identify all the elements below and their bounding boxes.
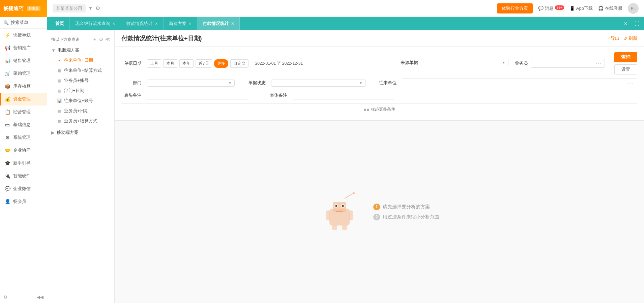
add-scheme-icon[interactable]: ＋ [92,36,97,42]
mobile-group-title[interactable]: ▶ 移动端方案 [47,127,114,138]
message-btn[interactable]: 💬 消息 99+ [538,5,564,11]
footer-collapse-icon[interactable]: ◀◀ [37,295,43,300]
sidebar-label: 采购管理 [13,70,31,77]
sidebar-item-enterprise[interactable]: 🤝 企业协同 [0,144,47,157]
scheme-salesman-settlement[interactable]: ▦ 业务员+结算方式 [47,116,114,126]
sidebar-item-finance[interactable]: 💰 资金管理 [0,93,47,105]
svg-point-11 [353,192,355,194]
settings-scheme-icon[interactable]: ⊙ [99,36,103,42]
panel-title: 按以下方案查询 [51,37,80,42]
app-download-label: App下载 [576,5,593,11]
scheme-counterpart-settlement[interactable]: ▦ 往来单位+结算方式 [47,65,114,75]
source-select[interactable]: ▼ [421,59,508,66]
sidebar-item-operation[interactable]: 📋 经营管理 [0,105,47,118]
sidebar-label: 经营管理 [13,109,31,115]
industry-btn[interactable]: 体验行业方案 [497,3,533,13]
tab-home[interactable]: 首页 [50,17,70,30]
date-more[interactable]: 更多 [214,59,228,68]
app-download-btn[interactable]: 📱 App下载 [569,5,593,11]
search-menu-label: 搜索菜单 [11,20,28,26]
date-custom[interactable]: 自定义 [230,59,248,68]
scheme-counterpart-account[interactable]: 📊 往来单位+账号 [47,96,114,106]
user-avatar[interactable]: Rit [628,3,639,14]
sidebar-item-wechat[interactable]: 💬 企业微信 [0,182,47,195]
tab-new-scheme-label: 新建方案 [169,21,186,27]
scheme-grid-icon: ▦ [57,68,62,73]
company-dropdown-icon[interactable]: ▼ [88,6,93,11]
scheme-salesman-account[interactable]: ▦ 业务员+账号 [47,75,114,86]
desktop-scheme-group: ▼ 电脑端方案 ● 往来单位+日期 ▦ 往来单位+结算方式 ▦ 业务员+账号 ▦ [47,45,114,126]
sidebar-item-inventory[interactable]: 📦 库存核算 [0,80,47,93]
topbar-right: 体验行业方案 💬 消息 99+ 📱 App下载 🎧 在线客服 Rit [497,3,639,14]
sidebar-label: 库存核算 [13,83,31,89]
svg-rect-9 [332,225,337,230]
date-last-7-days[interactable]: 近7天 [196,59,212,68]
sidebar-item-guide[interactable]: 🎓 新手引导 [0,157,47,170]
search-menu[interactable]: 🔍 搜索菜单 [0,17,47,29]
sidebar-item-hardware[interactable]: 🔌 智能硬件 [0,170,47,182]
dept-select[interactable]: ▼ [147,80,235,87]
tab-bank-flow-close[interactable]: ✕ [112,22,115,26]
sidebar-label: 系统管理 [13,134,31,141]
date-this-year[interactable]: 本年 [179,59,194,68]
refresh-btn[interactable]: ↺ 刷新 [623,35,637,41]
tab-maximize[interactable]: ⛶ [633,20,641,27]
footer-settings-icon[interactable]: ⚙ [3,295,7,300]
user-avatar-text: Rit [631,6,635,10]
basic-info-icon: 🗃 [4,122,10,128]
panel-actions: ＋ ⊙ ≪ [92,36,110,42]
date-this-month[interactable]: 本月 [163,59,177,68]
query-btn[interactable]: 查询 [614,52,637,62]
empty-tip-2: 2 用过滤条件来缩小分析范围 [373,214,439,220]
panel-header: 按以下方案查询 ＋ ⊙ ≪ [47,34,114,45]
tab-collection-close[interactable]: ✕ [155,22,158,26]
export-btn[interactable]: ↑ 导出 [607,35,620,41]
sidebar-label: 企业协同 [13,147,31,153]
mobile-group-label: 移动端方案 [57,129,79,135]
enterprise-icon: 🤝 [4,147,10,153]
export-icon: ↑ [607,36,610,41]
sidebar-item-sales[interactable]: 📊 销售管理 [0,54,47,67]
collapse-filter-btn[interactable]: ∧∧ 收起更多条件 [121,103,637,115]
filter-area: 单据日期 上月 本月 本年 近7天 更多 自定义 2022-01-01 至 20… [115,47,644,121]
sidebar-label: 基础信息 [13,122,31,128]
tab-new-scheme[interactable]: 新建方案 ✕ [164,17,197,30]
sidebar-item-member[interactable]: 👤 畅会员 [0,195,47,208]
sidebar-item-quick-nav[interactable]: ⚡ 快捷导航 [0,29,47,41]
counterpart-select[interactable]: ··· [402,79,637,87]
topbar-settings-icon[interactable]: ⚙ [95,5,100,11]
inventory-icon: 📦 [4,83,10,89]
tab-payment-stats-close[interactable]: ✕ [231,22,234,26]
scheme-counterpart-date[interactable]: ● 往来单位+日期 [47,55,114,65]
page-actions: ↑ 导出 ↺ 刷新 [607,35,638,41]
operation-icon: 📋 [4,109,10,115]
scheme-dept-date[interactable]: ▦ 部门+日期 [47,86,114,96]
bill-status-select[interactable]: ▼ [271,80,365,87]
salesman-select[interactable]: ··· [531,59,605,68]
sidebar-label: 营销推广 [13,45,31,51]
online-service-btn[interactable]: 🎧 在线客服 [598,5,622,11]
right-content: 付款情况统计(往来单位+日期) ↑ 导出 ↺ 刷新 单据日期 [115,30,644,303]
sidebar-item-system[interactable]: ⚙ 系统管理 [0,131,47,144]
content-area: 按以下方案查询 ＋ ⊙ ≪ ▼ 电脑端方案 ● 往来单位+日期 ▦ [47,30,644,303]
desktop-group-title[interactable]: ▼ 电脑端方案 [47,45,114,55]
sidebar: 畅捷通巧 标准版 🔍 搜索菜单 ⚡ 快捷导航 📢 营销推广 📊 销售管理 🛒 采… [0,0,47,303]
sidebar-label: 企业微信 [13,186,31,192]
date-range-display: 2022-01-01 至 2022-12-31 [255,61,303,66]
sidebar-item-marketing[interactable]: 📢 营销推广 [0,41,47,54]
tab-new-scheme-close[interactable]: ✕ [188,22,192,26]
scheme-label: 往来单位+结算方式 [64,67,102,73]
date-last-month[interactable]: 上月 [147,59,161,68]
tab-collection-stats[interactable]: 收款情况统计 ✕ [121,17,164,30]
tab-bank-flow[interactable]: 现金银行流水查询 ✕ [70,17,121,30]
sidebar-item-purchase[interactable]: 🛒 采购管理 [0,67,47,80]
filter-settings-btn[interactable]: 设置 [614,64,637,74]
table-header-note-input[interactable] [147,91,248,99]
tab-payment-stats[interactable]: 付款情况统计 ✕ [197,17,240,30]
salesman-dots-icon: ··· [596,61,602,66]
sidebar-item-basic-info[interactable]: 🗃 基础信息 [0,118,47,131]
tab-close-all[interactable]: ✕ [622,20,630,27]
scheme-salesman-date[interactable]: ▦ 业务员+日期 [47,106,114,116]
table-body-note-input[interactable] [293,91,394,99]
collapse-panel-icon[interactable]: ≪ [105,36,110,42]
